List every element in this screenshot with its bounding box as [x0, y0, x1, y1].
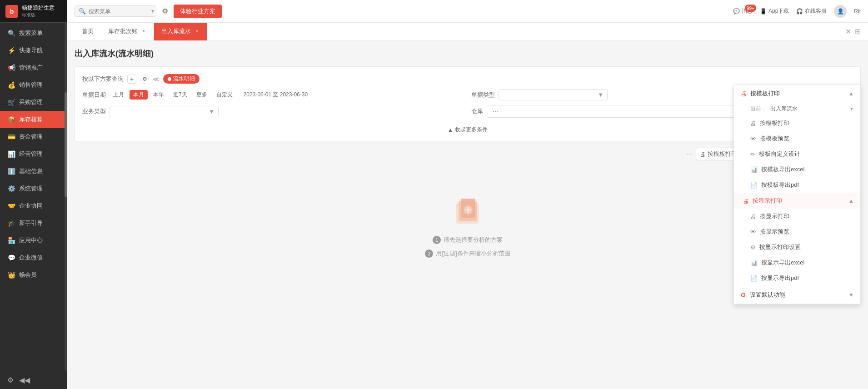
tab-inventory-flow[interactable]: 出入库流水 ×	[154, 23, 207, 40]
display-print-section: 🖨 按显示打印 ▲ 🖨 按显示打印 👁 按显示预览 ⚙ 按显示打印设置	[734, 193, 860, 286]
dropdown-current-label: 当前：	[750, 105, 767, 113]
display-preview-label: 按显示预览	[760, 228, 789, 236]
sidebar-item-wechat[interactable]: 💬 企业微信	[0, 249, 67, 266]
biztype-select[interactable]: ▼	[110, 106, 219, 117]
search-icon: 🔍	[7, 30, 15, 37]
default-header-icon: ⚙	[740, 291, 746, 299]
system-icon: ⚙️	[7, 185, 15, 192]
dropdown-item-display-settings[interactable]: ⚙ 按显示打印设置	[734, 239, 860, 255]
search-chevron-icon: ▼	[150, 9, 155, 14]
sidebar-item-apps[interactable]: 🏪 应用中心	[0, 232, 67, 249]
display-excel-icon: 📊	[750, 259, 758, 266]
sidebar-item-label-system: 系统管理	[19, 185, 43, 193]
tab-close-window-icon[interactable]: ✕	[845, 27, 851, 36]
search-icon: 🔍	[79, 8, 86, 15]
sidebar-item-marketing[interactable]: 📢 营销推广	[0, 59, 67, 76]
sidebar-item-operation[interactable]: 📊 经营管理	[0, 145, 67, 163]
sidebar-footer: ⚙ ◀◀	[0, 371, 67, 389]
sidebar-nav: 🔍 搜索菜单 ⚡ 快捷导航 📢 营销推广 💰 销售管理 🛒 采购管理 📦 库存核…	[0, 23, 67, 371]
tab-inventory-flow-label: 出入库流水	[161, 27, 191, 35]
filter-settings-button[interactable]: ⚙	[140, 75, 149, 84]
wechat-icon: 💬	[7, 254, 15, 261]
sidebar-item-sales[interactable]: 💰 销售管理	[0, 76, 67, 94]
avatar[interactable]: 👤	[834, 5, 847, 18]
trial-button[interactable]: 体验行业方案	[174, 5, 222, 18]
message-button[interactable]: 💬 消息 99+	[733, 7, 753, 15]
display-pdf-icon: 📄	[750, 275, 758, 282]
date-opt-last-month[interactable]: 上月	[110, 90, 128, 100]
dropdown-current-chevron-icon: ▼	[849, 106, 854, 111]
sidebar-item-label-finance: 资金管理	[19, 133, 43, 141]
collapse-more-button[interactable]: ▲ 收起更多条件	[448, 126, 488, 134]
tab-inventory-flow-close[interactable]: ×	[194, 28, 200, 35]
date-opt-custom[interactable]: 自定义	[213, 90, 236, 100]
display-preview-icon: 👁	[750, 229, 756, 235]
tab-inventory-batch[interactable]: 库存批次账 ×	[101, 23, 154, 40]
sidebar-item-quick-nav[interactable]: ⚡ 快捷导航	[0, 42, 67, 59]
date-opt-this-year[interactable]: 本年	[150, 90, 168, 100]
date-opt-more[interactable]: 更多	[193, 90, 211, 100]
search-box[interactable]: 🔍 ▼	[75, 5, 156, 17]
sidebar-item-enterprise[interactable]: 🤝 企业协同	[0, 197, 67, 214]
filter-active-tag[interactable]: 流水明细	[163, 74, 200, 84]
service-label: 在线客服	[805, 7, 827, 15]
topbar-gear-icon[interactable]: ⚙	[162, 7, 168, 15]
action-more-icon[interactable]: ···	[686, 150, 692, 158]
purchase-icon: 🛒	[7, 99, 15, 106]
date-opt-7days[interactable]: 近7天	[170, 90, 191, 100]
sales-icon: 💰	[7, 81, 15, 89]
settings-icon[interactable]: ⚙	[7, 376, 14, 384]
print-label: 按模板打印	[708, 150, 737, 158]
display-print-sub-header-left: 🖨 按显示打印	[743, 197, 782, 205]
sidebar-item-search[interactable]: 🔍 搜索菜单	[0, 25, 67, 42]
tab-inventory-batch-label: 库存批次账	[108, 27, 138, 35]
template-print-header[interactable]: 🖨 按模板打印 ▲	[734, 85, 860, 102]
sidebar-item-basic[interactable]: ℹ️ 基础信息	[0, 163, 67, 180]
message-icon: 💬	[733, 8, 740, 15]
sidebar-item-purchase[interactable]: 🛒 采购管理	[0, 94, 67, 111]
filter-add-button[interactable]: +	[127, 75, 136, 84]
sidebar-item-member[interactable]: 👑 畅会员	[0, 266, 67, 284]
search-input[interactable]	[89, 8, 148, 15]
dropdown-item-display-excel[interactable]: 📊 按显示导出excel	[734, 255, 860, 270]
sidebar-item-label-marketing: 营销推广	[19, 64, 43, 72]
dropdown-item-display-print[interactable]: 🖨 按显示打印	[734, 209, 860, 224]
display-pdf-label: 按显示导出pdf	[761, 274, 799, 282]
collapse-sidebar-icon[interactable]: ◀◀	[19, 376, 30, 384]
display-print-sub-header[interactable]: 🖨 按显示打印 ▲	[734, 193, 860, 209]
app-download-button[interactable]: 📱 App下载	[760, 7, 789, 15]
dropdown-item-template-design[interactable]: ✏ 模板自定义设计	[734, 146, 860, 162]
warehouse-dots-icon[interactable]: ···	[493, 107, 499, 115]
tab-inventory-batch-close[interactable]: ×	[140, 28, 147, 35]
filter-group-date: 单据日期 上月 本月 本年 近7天 更多 自定义 2023-06-01 至 20…	[82, 90, 464, 100]
online-service-button[interactable]: 🎧 在线客服	[796, 7, 827, 15]
operation-icon: 📊	[7, 150, 15, 158]
default-header[interactable]: ⚙ 设置默认功能 ▼	[734, 286, 860, 304]
guide-icon: 🎓	[7, 219, 15, 227]
sidebar-item-system[interactable]: ⚙️ 系统管理	[0, 180, 67, 197]
service-icon: 🎧	[796, 8, 803, 15]
app-download-icon: 📱	[760, 8, 767, 15]
dropdown-item-template-preview[interactable]: 👁 按模板预览	[734, 131, 860, 146]
date-range-value: 2023-06-01 至 2023-06-30	[244, 91, 308, 99]
sidebar-item-label-guide: 新手引导	[19, 219, 43, 227]
voucher-type-select[interactable]: ▼	[499, 89, 608, 100]
member-icon: 👑	[7, 271, 15, 279]
filter-collapse-icon[interactable]: ≪	[153, 75, 160, 83]
tab-maximize-icon[interactable]: ⊞	[855, 27, 861, 36]
dropdown-item-template-excel[interactable]: 📊 按模板导出excel	[734, 162, 860, 177]
template-pdf-label: 按模板导出pdf	[761, 181, 799, 189]
dropdown-item-display-pdf[interactable]: 📄 按显示导出pdf	[734, 270, 860, 286]
sidebar-item-finance[interactable]: 💳 资金管理	[0, 128, 67, 145]
tab-home[interactable]: 首页	[75, 23, 101, 40]
template-print-header-chevron-icon: ▲	[848, 90, 854, 97]
sidebar-item-inventory[interactable]: 📦 库存核算	[0, 111, 67, 128]
dropdown-item-template-pdf[interactable]: 📄 按模板导出pdf	[734, 177, 860, 193]
template-excel-label: 按模板导出excel	[761, 165, 804, 174]
dropdown-item-template-print[interactable]: 🖨 按模板打印	[734, 115, 860, 131]
dropdown-item-display-preview[interactable]: 👁 按显示预览	[734, 224, 860, 239]
date-options: 上月 本月 本年 近7天 更多 自定义	[110, 90, 236, 100]
date-opt-this-month[interactable]: 本月	[130, 90, 148, 100]
sidebar-item-label-enterprise: 企业协同	[19, 202, 43, 210]
sidebar-item-guide[interactable]: 🎓 新手引导	[0, 214, 67, 232]
